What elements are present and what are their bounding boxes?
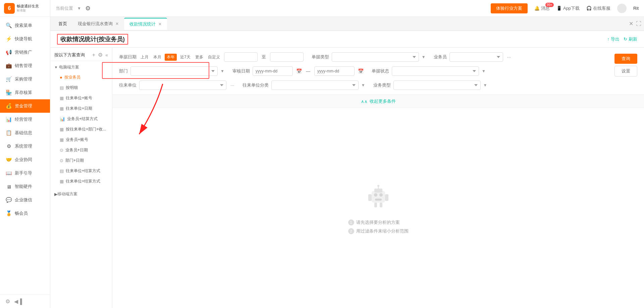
header-right: 体验行业方案 🔔 消息 99+ 📱 App下载 🎧 在线客服 Rit [491, 3, 639, 13]
scheme-item-unit-settlement1[interactable]: ▤ 往来单位+结算方式 [50, 166, 112, 176]
maximize-window-icon[interactable]: ⛶ [636, 21, 641, 27]
sidebar-item-finance[interactable]: 💰 资金管理 [0, 99, 50, 113]
tab-bank-flow-close[interactable]: ✕ [115, 21, 119, 26]
partner-select[interactable] [139, 81, 226, 90]
dept-select-wrap [130, 66, 218, 76]
sidebar-item-label: 企业协同 [15, 157, 32, 163]
scheme-item-salesman-settlement[interactable]: 📊 业务员+结算方式 [50, 114, 112, 124]
scheme-item-unit-dept-receipt[interactable]: ▦ 按往来单位+部门+收... [50, 124, 112, 135]
sidebar-item-sales[interactable]: 💼 销售管理 [0, 59, 50, 72]
header-settings-icon[interactable]: ⚙ [85, 5, 91, 12]
service-icon: 🎧 [586, 6, 592, 11]
sidebar-item-hardware[interactable]: 🖥 智能硬件 [0, 180, 50, 193]
tab-home[interactable]: 首页 [53, 18, 72, 30]
voucher-type-select[interactable] [332, 52, 419, 62]
voucher-type-label: 单据类型 [312, 54, 329, 60]
review-date-to-cal-icon[interactable]: 📅 [358, 68, 364, 74]
sidebar-item-purchase[interactable]: 🛒 采购管理 [0, 72, 50, 86]
sidebar-item-wechat[interactable]: 💬 企业微信 [0, 193, 50, 207]
top-header: 当前位置 ▼ ⚙ 体验行业方案 🔔 消息 99+ 📱 App下载 🎧 在线客服 … [50, 0, 644, 17]
sidebar-item-guide[interactable]: 📖 新手引导 [0, 166, 50, 180]
scheme-item-unit-account[interactable]: ▦ 往来单位+账号 [50, 93, 112, 103]
filter-item-review-date: 审核日期 📅 — 📅 [232, 66, 364, 76]
dept-select[interactable] [130, 66, 218, 76]
salesman-more-icon[interactable]: ··· [507, 54, 511, 60]
review-date-separator: — [306, 69, 310, 74]
mobile-scheme-group-title[interactable]: ▶ 移动端方案 [50, 189, 112, 199]
review-date-from[interactable] [253, 66, 293, 76]
sidebar-item-label: 新手引导 [15, 170, 32, 176]
collapse-chevron-icon: ∧∧ [361, 99, 368, 104]
close-window-icon[interactable]: ✕ [629, 20, 633, 27]
query-btn[interactable]: 查询 [614, 54, 637, 64]
scheme-item-dept-date[interactable]: ⊙ 部门+日期 [50, 155, 112, 166]
salesman-select[interactable] [449, 52, 503, 62]
sidebar-item-operations[interactable]: 📊 经营管理 [0, 113, 50, 126]
refresh-btn[interactable]: ↻ 刷新 [624, 36, 637, 42]
app-download-label: App下载 [563, 5, 580, 11]
collapse-panel-icon[interactable]: « [105, 52, 108, 58]
scheme-item-unit-date[interactable]: ▦ 往来单位+日期 [50, 103, 112, 114]
basic-icon: 📋 [5, 130, 12, 136]
export-btn[interactable]: ↑ 导出 [607, 36, 620, 42]
scheme-item-salesman-account[interactable]: ▦ 业务员+账号 [50, 135, 112, 145]
date-btn-this-year[interactable]: 本年 [165, 54, 177, 61]
desktop-scheme-group-title[interactable]: ▼ 电脑端方案 [50, 62, 112, 72]
add-scheme-icon[interactable]: + [92, 52, 95, 58]
left-panel-header: 按以下方案查询 + ⚙ « [50, 48, 112, 61]
voucher-status-select[interactable] [392, 66, 479, 76]
sidebar-item-enterprise[interactable]: 🤝 企业协同 [0, 153, 50, 166]
tab-receipt-stats[interactable]: 收款情况统计 ✕ [124, 18, 167, 30]
trial-btn[interactable]: 体验行业方案 [491, 3, 528, 13]
date-btn-last-month[interactable]: 上月 [139, 54, 150, 61]
review-date-to[interactable] [314, 66, 355, 76]
sidebar-item-marketing[interactable]: 📢 营销推广 [0, 46, 50, 59]
sidebar-item-label: 企业微信 [15, 197, 32, 203]
member-icon: 🏅 [5, 210, 12, 217]
sidebar-item-basic[interactable]: 📋 基础信息 [0, 126, 50, 140]
sidebar-item-warehouse[interactable]: 🏪 库存核算 [0, 86, 50, 99]
sidebar-item-search[interactable]: 🔍 搜索菜单 [0, 19, 50, 32]
notification-bell[interactable]: 🔔 消息 99+ [534, 5, 550, 11]
collapse-sidebar-icon[interactable]: ◀▐ [14, 298, 22, 305]
review-date-cal-icon[interactable]: 📅 [296, 68, 302, 74]
tab-bank-flow[interactable]: 现金银行流水查询 ✕ [72, 18, 124, 30]
partner-classify-select[interactable] [271, 81, 359, 90]
date-btn-more[interactable]: 更多 [194, 54, 205, 61]
svg-point-4 [379, 193, 383, 197]
quick-nav-icon: ⚡ [5, 36, 12, 42]
logo-icon: 6 [4, 3, 15, 14]
date-btn-this-month[interactable]: 本月 [152, 54, 163, 61]
scheme-item-by-salesman[interactable]: ● 按业务员 [50, 72, 112, 83]
date-btn-custom[interactable]: 自定义 [207, 54, 221, 61]
sidebar-item-system[interactable]: ⚙ 系统管理 [0, 140, 50, 153]
online-service[interactable]: 🎧 在线客服 [586, 5, 610, 11]
scheme-settings-icon[interactable]: ⚙ [98, 52, 103, 58]
scheme-item-by-detail[interactable]: ▤ 按明细 [50, 83, 112, 93]
date-btn-7days[interactable]: 近7天 [179, 54, 192, 61]
filter-item-voucher-status: 单据状态 ▼ [372, 66, 486, 76]
scheme-item-label: 按往来单位+部门+收... [66, 126, 106, 132]
tab-receipt-stats-close[interactable]: ✕ [158, 22, 162, 27]
sidebar-item-member[interactable]: 🏅 畅会员 [0, 207, 50, 220]
date-from-input[interactable]: 2023-01-01 [224, 52, 258, 62]
partner-more-icon[interactable]: ··· [230, 83, 234, 88]
filter-inner-row-2: 部门 ▼ 审核日期 📅 [119, 66, 608, 76]
scheme-item-unit-settlement2[interactable]: ▦ 往来单位+结算方式 [50, 176, 112, 187]
filter-item-voucher-type: 单据类型 ▼ [312, 52, 426, 62]
page-title-bar: 收款情况统计(按业务员) ↑ 导出 ↻ 刷新 [50, 31, 644, 48]
scheme-item-label: 往来单位+日期 [66, 106, 92, 111]
search-icon: 🔍 [5, 22, 12, 29]
empty-tip-1: 1 请先选择要分析的方案 [348, 219, 409, 225]
salesman-label: 业务员 [434, 54, 447, 60]
app-download[interactable]: 📱 App下载 [556, 5, 580, 11]
settings-bottom-icon[interactable]: ⚙ [5, 298, 10, 305]
settings-btn[interactable]: 设置 [614, 66, 637, 76]
header-left: 当前位置 ▼ ⚙ [56, 5, 91, 12]
business-type-select[interactable] [393, 81, 481, 90]
sidebar-item-quick-nav[interactable]: ⚡ 快捷导航 [0, 32, 50, 46]
date-to-input[interactable]: 2023-12-31 [270, 52, 304, 62]
scheme-item-salesman-date[interactable]: ⊙ 业务员+日期 [50, 145, 112, 155]
collapse-more-bar[interactable]: ∧∧ 收起更多条件 [112, 95, 644, 108]
finance-icon: 💰 [5, 103, 12, 109]
